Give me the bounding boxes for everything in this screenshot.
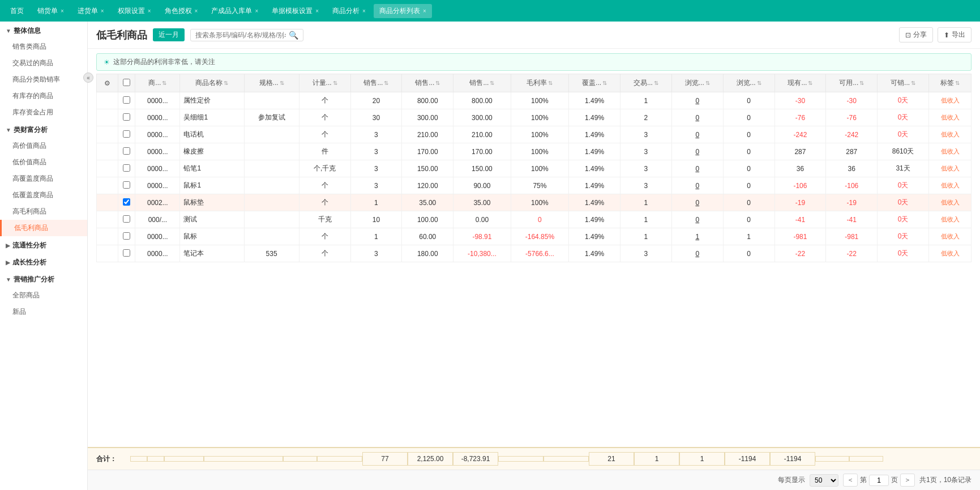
row-checkbox-cell[interactable] [118,245,135,262]
row-browse-link[interactable]: 1 [671,228,723,245]
row-browse-link[interactable]: 0 [671,194,723,211]
row-browse-link[interactable]: 0 [671,245,723,262]
sidebar-group-marketing[interactable]: ▼ 营销推广分析 [0,270,87,287]
row-checkbox-cell[interactable] [118,160,135,177]
search-icon[interactable]: 🔍 [289,31,298,40]
sidebar-item-low-value[interactable]: 低价值商品 [0,154,87,171]
sidebar-item-high-value[interactable]: 高价值商品 [0,138,87,154]
row-browse-link[interactable]: 0 [671,211,723,228]
sidebar-group-growth[interactable]: ▶ 成长性分析 [0,253,87,270]
col-settings[interactable]: ⚙ [97,74,118,92]
row-checkbox-cell[interactable] [118,92,135,109]
date-filter-button[interactable]: 近一月 [153,28,185,41]
row-checkbox[interactable] [123,130,130,138]
row-checkbox[interactable] [123,113,130,121]
nav-product-analysis[interactable]: 商品分析× [327,4,371,18]
nav-home[interactable]: 首页 [5,4,29,18]
nav-close-permission[interactable]: × [148,8,151,14]
row-checkbox-cell[interactable] [118,194,135,211]
nav-role[interactable]: 角色授权× [159,4,204,18]
col-margin[interactable]: 覆盖...⇅ [569,74,620,92]
nav-close-role[interactable]: × [195,8,198,14]
row-browse-link[interactable]: 0 [671,177,723,194]
nav-product-analysis-list[interactable]: 商品分析列表× [374,4,432,18]
row-checkbox[interactable] [123,181,130,189]
col-stock[interactable]: 现有...⇅ [774,74,826,92]
row-browse-link[interactable]: 0 [671,160,723,177]
row-browse-link[interactable]: 0 [671,109,723,126]
row-checkbox[interactable] [123,215,130,223]
sidebar-collapse-button[interactable]: « [83,73,93,83]
col-checkbox[interactable] [118,74,135,92]
row-name[interactable]: 铅笔1 [180,160,244,177]
nav-close-product-analysis[interactable]: × [362,8,366,14]
row-checkbox-cell[interactable] [118,143,135,160]
col-cover[interactable]: 交易...⇅ [620,74,672,92]
col-unit[interactable]: 计量...⇅ [299,74,350,92]
sidebar-item-capital[interactable]: 库存资金占用 [0,104,87,121]
row-checkbox-cell[interactable] [118,211,135,228]
sidebar-item-low-margin[interactable]: 低毛利商品 [0,220,87,236]
col-browse[interactable]: 浏览...⇅ [723,74,774,92]
nav-close-sales[interactable]: × [61,8,64,14]
sidebar-item-sales-goods[interactable]: 销售类商品 [0,39,87,55]
sidebar-item-high-margin[interactable]: 高毛利商品 [0,203,87,220]
nav-sales[interactable]: 销货单× [32,4,70,18]
row-name[interactable]: 属性定价 [180,92,244,109]
row-checkbox[interactable] [123,96,130,104]
sidebar-group-overall[interactable]: ▼ 整体信息 [0,22,87,39]
row-checkbox[interactable] [123,147,130,155]
per-page-select[interactable]: 50 100 200 [810,474,838,487]
row-name[interactable]: 橡皮擦 [180,143,244,160]
row-name[interactable]: 鼠标 [180,228,244,245]
col-qty[interactable]: 销售...⇅ [350,74,402,92]
row-browse-link[interactable]: 0 [671,126,723,143]
sidebar-item-all-goods[interactable]: 全部商品 [0,287,87,304]
sidebar-item-low-coverage[interactable]: 低覆盖度商品 [0,187,87,203]
col-spec[interactable]: 规格...⇅ [244,74,299,92]
col-tag[interactable]: 标签⇅ [929,74,972,92]
nav-purchase[interactable]: 进货单× [72,4,110,18]
col-browse-link[interactable]: 浏览...⇅ [671,74,723,92]
row-browse-link[interactable]: 0 [671,143,723,160]
nav-close-template[interactable]: × [315,8,319,14]
row-checkbox-cell[interactable] [118,177,135,194]
sidebar-group-liquidity[interactable]: ▶ 流通性分析 [0,236,87,253]
row-checkbox-cell[interactable] [118,126,135,143]
nav-template[interactable]: 单据模板设置× [266,4,324,18]
share-button[interactable]: ⊡ 分享 [899,27,933,42]
nav-close-purchase[interactable]: × [101,8,104,14]
col-name[interactable]: 商品名称⇅ [180,74,244,92]
sidebar-item-traded-goods[interactable]: 交易过的商品 [0,55,87,71]
row-checkbox[interactable] [123,164,130,172]
row-name[interactable]: 测试 [180,211,244,228]
row-browse-link[interactable]: 0 [671,92,723,109]
prev-page-button[interactable]: ＜ [843,474,858,487]
col-avail[interactable]: 可用...⇅ [826,74,878,92]
row-checkbox[interactable] [123,249,130,257]
nav-permission[interactable]: 权限设置× [112,4,157,18]
col-sale[interactable]: 销售...⇅ [453,74,511,92]
sidebar-item-high-coverage[interactable]: 高覆盖度商品 [0,171,87,187]
search-input[interactable] [195,31,286,39]
row-name[interactable]: 电话机 [180,126,244,143]
col-price[interactable]: 销售...⇅ [402,74,453,92]
col-gross[interactable]: 毛利率⇅ [511,74,569,92]
select-all-checkbox[interactable] [123,79,130,86]
row-checkbox[interactable] [123,232,130,240]
row-checkbox-cell[interactable] [118,109,135,126]
next-page-button[interactable]: ＞ [900,474,915,487]
nav-close-product-entry[interactable]: × [255,8,258,14]
row-name[interactable]: 笔记本 [180,245,244,262]
sidebar-item-category-rate[interactable]: 商品分类助销率 [0,71,87,88]
sidebar-item-stock-goods[interactable]: 有库存的商品 [0,88,87,104]
col-salable[interactable]: 可销...⇅ [878,74,929,92]
row-name[interactable]: 吴细细1 [180,109,244,126]
row-name[interactable]: 鼠标1 [180,177,244,194]
row-checkbox[interactable] [123,198,130,206]
export-button[interactable]: ⬆ 导出 [938,27,972,42]
sidebar-item-new-goods[interactable]: 新品 [0,304,87,320]
current-page-input[interactable] [869,475,889,486]
row-checkbox-cell[interactable] [118,228,135,245]
col-code[interactable]: 商...⇅ [135,74,180,92]
